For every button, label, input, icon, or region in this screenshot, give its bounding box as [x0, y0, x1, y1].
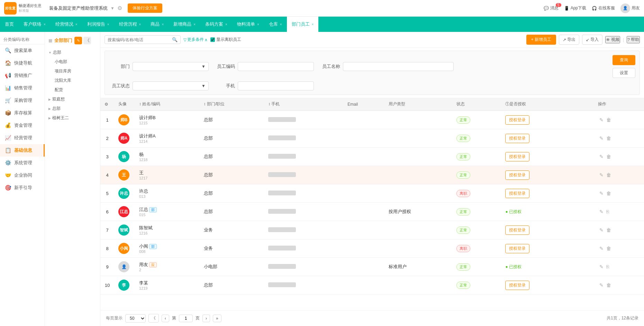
filter-name-input[interactable] — [343, 62, 454, 71]
online-service-btn[interactable]: 🎧 在线客服 — [592, 5, 615, 11]
auth-button[interactable]: 授权登录 — [505, 244, 529, 253]
edit-button[interactable]: ✎ — [598, 153, 605, 160]
auth-button[interactable]: 授权登录 — [505, 170, 529, 180]
sidebar-item-system[interactable]: ⚙️ 系统管理 — [0, 157, 45, 169]
delete-button[interactable]: 🗑 — [605, 282, 613, 289]
close-icon[interactable]: × — [44, 23, 46, 26]
dept-node-xiaodian[interactable]: 小电部 — [51, 57, 100, 67]
trial-button[interactable]: 体验行业方案 — [128, 3, 162, 13]
sidebar-item-search[interactable]: 🔍 搜索菜单 — [0, 44, 45, 57]
first-page-btn[interactable]: 《 — [148, 314, 159, 323]
sidebar-item-inventory[interactable]: 📦 库存核算 — [0, 107, 45, 119]
sidebar-search-input[interactable] — [3, 37, 45, 42]
sidebar-item-sales[interactable]: 📊 销售管理 — [0, 82, 45, 94]
sidebar-item-purchase[interactable]: 🛒 采购管理 — [0, 94, 45, 107]
close-icon[interactable]: × — [225, 23, 227, 26]
delete-button[interactable]: 🗑 — [605, 245, 613, 252]
close-icon[interactable]: × — [139, 23, 141, 26]
tab-warehouse[interactable]: 仓库× — [264, 17, 287, 32]
sidebar-item-shortcut[interactable]: 🏠 快捷导航 — [0, 57, 45, 69]
last-page-btn[interactable]: » — [213, 315, 221, 322]
sidebar-item-guide[interactable]: 🎯 新手引导 — [0, 182, 45, 194]
prev-page-btn[interactable]: ‹ — [162, 315, 169, 322]
edit-button[interactable]: ✎ — [598, 171, 605, 178]
dept-all-label[interactable]: 全部部门 — [54, 37, 72, 44]
close-icon[interactable]: × — [193, 23, 196, 26]
tab-home[interactable]: 首页 — [0, 17, 19, 32]
gear-icon[interactable]: ⚙ — [117, 5, 122, 11]
next-page-btn[interactable]: › — [202, 315, 210, 322]
dept-collapse-btn[interactable]: 《 — [83, 37, 91, 44]
dept-node-zongbu[interactable]: 总部 — [45, 104, 100, 113]
tab-goods[interactable]: 商品× — [146, 17, 169, 32]
auth-button[interactable]: 授权登录 — [505, 189, 529, 198]
sidebar-item-basic[interactable]: 📋 基础信息 — [0, 144, 45, 157]
auth-button[interactable]: 授权登录 — [505, 134, 529, 143]
close-icon[interactable]: × — [257, 23, 259, 26]
close-icon[interactable]: × — [75, 23, 78, 26]
close-icon[interactable]: × — [312, 23, 314, 26]
app-download-btn[interactable]: 📱 App下载 — [564, 5, 586, 11]
import-button[interactable]: ↙ 导入 — [582, 35, 602, 45]
search-box[interactable]: 🔍 — [105, 35, 181, 44]
system-arrow-icon[interactable]: ▼ — [110, 6, 115, 11]
add-employee-button[interactable]: + 新增员工 — [526, 35, 556, 45]
sidebar-item-marketing[interactable]: 📢 营销推广 — [0, 69, 45, 82]
sidebar-item-finance[interactable]: 💰 资金管理 — [0, 119, 45, 132]
copy-button[interactable]: ⎘ — [605, 263, 610, 270]
tab-barcode[interactable]: 条码方案× — [200, 17, 232, 32]
user-menu[interactable]: 👤 用友 — [620, 3, 640, 13]
dept-edit-btn[interactable]: ✎ — [74, 37, 82, 44]
close-icon[interactable]: × — [162, 23, 164, 26]
dept-node-peihuo[interactable]: 配货 — [51, 85, 100, 95]
dept-node-shenyang[interactable]: 沈阳大库 — [51, 76, 100, 85]
more-filters-btn[interactable]: ▽ 更多条件 ∧ — [183, 37, 208, 43]
search-input[interactable] — [108, 37, 170, 42]
auth-button[interactable]: 授权登录 — [505, 152, 529, 161]
copy-button[interactable]: ⎘ — [605, 208, 610, 215]
tab-bom[interactable]: 物料清单× — [232, 17, 264, 32]
dept-node-general[interactable]: 总部 — [45, 48, 100, 57]
filter-phone-input[interactable] — [238, 81, 314, 90]
sidebar-item-operation[interactable]: 📈 经营管理 — [0, 132, 45, 144]
views-button[interactable]: 👁 视频 — [605, 36, 620, 43]
setting-button[interactable]: 设置 — [613, 68, 635, 78]
filter-status-select[interactable]: ▼ — [133, 81, 209, 90]
edit-button[interactable]: ✎ — [598, 135, 605, 142]
show-resigned-checkbox[interactable]: 显示离职员工 — [210, 37, 241, 43]
tab-profit[interactable]: 利润报告× — [82, 17, 114, 32]
export-button[interactable]: ↗ 导出 — [559, 35, 579, 45]
sidebar-item-collab[interactable]: 🤝 企业协同 — [0, 169, 45, 182]
dept-node-shuangling[interactable]: 双庭想 — [45, 95, 100, 104]
close-icon[interactable]: × — [280, 23, 282, 26]
delete-button[interactable]: 🗑 — [605, 227, 613, 234]
dept-node-project[interactable]: 项目库房 — [51, 67, 100, 76]
auth-button[interactable]: 授权登录 — [505, 281, 529, 290]
filter-dept-select[interactable]: ▼ — [133, 62, 209, 71]
sidebar-search[interactable]: 🔍 — [0, 35, 45, 44]
auth-button[interactable]: 授权登录 — [505, 226, 529, 235]
tab-customer[interactable]: 客户联络× — [19, 17, 51, 32]
help-button[interactable]: ? 帮助 — [627, 36, 640, 43]
delete-button[interactable]: 🗑 — [605, 171, 613, 178]
page-input[interactable] — [179, 315, 193, 322]
dept-node-zhishu[interactable]: 植树王二 — [45, 113, 100, 123]
edit-button[interactable]: ✎ — [598, 245, 605, 252]
message-btn[interactable]: 💬 消息 5 — [544, 5, 559, 11]
tab-operation[interactable]: 经营情况× — [51, 17, 82, 32]
delete-button[interactable]: 🗑 — [605, 190, 613, 197]
edit-button[interactable]: ✎ — [598, 190, 605, 197]
page-size-select[interactable]: 50 100 200 — [125, 314, 146, 323]
auth-button[interactable]: 授权登录 — [505, 115, 529, 125]
query-button[interactable]: 查询 — [613, 55, 635, 65]
tab-employees[interactable]: 部门员工× — [287, 17, 319, 32]
edit-button[interactable]: ✎ — [598, 116, 605, 123]
edit-button[interactable]: ✎ — [598, 263, 605, 270]
tab-journey[interactable]: 经营历程× — [114, 17, 146, 32]
delete-button[interactable]: 🗑 — [605, 135, 613, 142]
edit-button[interactable]: ✎ — [598, 208, 605, 215]
delete-button[interactable]: 🗑 — [605, 116, 613, 123]
tab-add-goods[interactable]: 新增商品× — [169, 17, 200, 32]
delete-button[interactable]: 🗑 — [605, 153, 613, 160]
edit-button[interactable]: ✎ — [598, 227, 605, 234]
